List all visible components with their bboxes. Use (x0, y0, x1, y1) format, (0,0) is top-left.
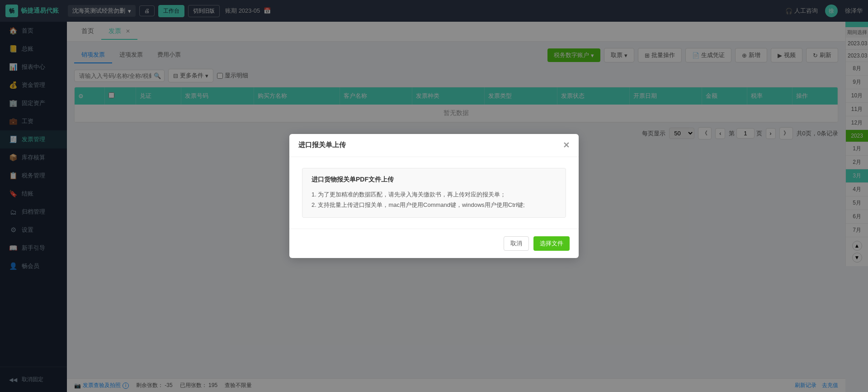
modal-cancel-btn[interactable]: 取消 (504, 236, 529, 251)
modal-footer: 取消 选择文件 (289, 229, 579, 258)
instruction-2: 2. 支持批量上传进口报关单，mac用户使用Command键，windows用户… (311, 200, 557, 210)
modal-close-btn[interactable]: ✕ (563, 140, 570, 150)
modal-overlay: 进口报关单上传 ✕ 进口货物报关单PDF文件上传 1. 为了更加精准的数据匹配，… (0, 0, 868, 392)
instruction-1: 1. 为了更加精准的数据匹配，请先录入海关缴款书，再上传对应的报关单； (311, 189, 557, 200)
upload-info-box: 进口货物报关单PDF文件上传 1. 为了更加精准的数据匹配，请先录入海关缴款书，… (302, 168, 566, 218)
modal-header: 进口报关单上传 ✕ (289, 134, 579, 157)
import-customs-modal: 进口报关单上传 ✕ 进口货物报关单PDF文件上传 1. 为了更加精准的数据匹配，… (289, 134, 579, 258)
modal-select-file-btn[interactable]: 选择文件 (533, 236, 570, 251)
modal-body: 进口货物报关单PDF文件上传 1. 为了更加精准的数据匹配，请先录入海关缴款书，… (289, 157, 579, 229)
upload-instructions: 1. 为了更加精准的数据匹配，请先录入海关缴款书，再上传对应的报关单； 2. 支… (311, 189, 557, 210)
upload-section-title: 进口货物报关单PDF文件上传 (311, 176, 557, 184)
modal-title: 进口报关单上传 (298, 141, 346, 149)
